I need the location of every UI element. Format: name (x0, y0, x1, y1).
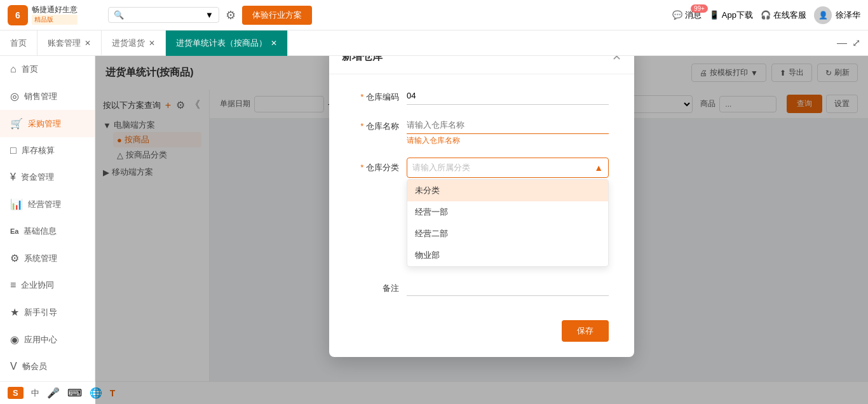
sidebar-item-purchase[interactable]: 🛒 采购管理 (0, 110, 95, 137)
username: 徐泽华 (836, 10, 860, 21)
tab-close-stat[interactable]: ✕ (271, 39, 277, 48)
tab-close-return[interactable]: ✕ (149, 39, 155, 48)
message-badge: 99+ (691, 4, 708, 13)
search-icon: 🔍 (114, 10, 124, 20)
top-bar: 6 畅捷通好生意 精品版 🔍 日太阳膜 ▼ ⚙ 体验行业方案 💬 消息 99+ … (0, 0, 868, 30)
keyboard-icon[interactable]: ⌨ (67, 387, 82, 399)
user-info[interactable]: 👤 徐泽华 (814, 6, 860, 24)
phone-icon: 📱 (709, 10, 719, 20)
tab-bar-actions: — ⤢ (837, 37, 868, 49)
mic-icon[interactable]: 🎤 (47, 387, 60, 399)
sidebar-item-guide[interactable]: ★ 新手引导 (0, 299, 95, 326)
tab-home[interactable]: 首页 (0, 30, 37, 56)
operation-icon: 📊 (10, 198, 23, 210)
sidebar-item-vip[interactable]: V 畅会员 (0, 353, 95, 380)
name-input[interactable] (407, 116, 609, 134)
messages-button[interactable]: 💬 消息 99+ (672, 10, 702, 21)
dialog-footer: 保存 (329, 320, 634, 342)
app-download-button[interactable]: 📱 App下载 (709, 10, 753, 21)
name-label: * 仓库名称 (355, 116, 399, 132)
code-field (407, 87, 609, 105)
customer-service-button[interactable]: 🎧 在线客服 (761, 10, 806, 21)
sidebar-item-app[interactable]: ◉ 应用中心 (0, 326, 95, 353)
tab-expand-button[interactable]: ⤢ (852, 37, 860, 49)
system-icon: ⚙ (10, 252, 19, 264)
try-button[interactable]: 体验行业方案 (242, 6, 312, 25)
sidebar-item-home[interactable]: ⌂ 首页 (0, 56, 95, 83)
settings-icon-button[interactable]: ⚙ (224, 7, 237, 24)
save-button[interactable]: 保存 (562, 320, 609, 342)
sidebar-item-operation[interactable]: 📊 经营管理 (0, 191, 95, 218)
finance-icon: ¥ (10, 172, 16, 183)
dialog-header: 新增仓库 ✕ (329, 56, 634, 74)
dropdown-arrow-icon: ▼ (205, 10, 214, 20)
main-layout: ⌂ 首页 ◎ 销售管理 🛒 采购管理 □ 库存核算 ¥ 资金管理 📊 经营管理 … (0, 56, 868, 404)
sidebar-item-sales[interactable]: ◎ 销售管理 (0, 83, 95, 110)
sidebar-item-basic-info[interactable]: Ea 基础信息 (0, 218, 95, 245)
purchase-icon: 🛒 (10, 118, 23, 130)
dialog-body: * 仓库编码 * 仓库名称 请输入仓库名称 (329, 74, 634, 320)
form-row-category: * 仓库分类 请输入所属分类 ▲ 未分类 经营一部 经营二部 (355, 158, 609, 267)
category-placeholder: 请输入所属分类 (412, 162, 470, 173)
tab-bar: 首页 账套管理 ✕ 进货退货 ✕ 进货单统计表（按商品） ✕ — ⤢ (0, 30, 868, 56)
name-error-msg: 请输入仓库名称 (407, 135, 609, 146)
category-dropdown-list: 未分类 经营一部 经营二部 物业部 (407, 179, 609, 267)
category-label: * 仓库分类 (355, 158, 399, 173)
sidebar: ⌂ 首页 ◎ 销售管理 🛒 采购管理 □ 库存核算 ¥ 资金管理 📊 经营管理 … (0, 56, 95, 404)
new-warehouse-dialog: 新增仓库 ✕ * 仓库编码 * (329, 56, 634, 357)
code-label: * 仓库编码 (355, 87, 399, 103)
search-input[interactable]: 日太阳膜 (126, 10, 203, 20)
note-input[interactable] (407, 278, 609, 296)
sales-icon: ◎ (10, 90, 19, 102)
message-icon: 💬 (672, 10, 682, 20)
logo-area: 6 畅捷通好生意 精品版 (8, 5, 103, 25)
note-field (407, 278, 609, 296)
tab-purchase-stat[interactable]: 进货单统计表（按商品） ✕ (166, 30, 288, 56)
app-icon: ◉ (10, 333, 19, 346)
category-field: 请输入所属分类 ▲ 未分类 经营一部 经营二部 物业部 (407, 158, 609, 267)
sidebar-item-system[interactable]: ⚙ 系统管理 (0, 245, 95, 272)
vip-icon: V (10, 361, 17, 372)
dialog-close-button[interactable]: ✕ (612, 56, 621, 64)
code-input[interactable] (407, 87, 609, 105)
inventory-icon: □ (10, 145, 17, 156)
logo-char: 6 (15, 10, 20, 20)
form-row-note: 备注 (355, 278, 609, 296)
dropdown-item-0[interactable]: 未分类 (407, 180, 608, 201)
basic-info-icon: Ea (10, 227, 18, 235)
sidebar-item-enterprise[interactable]: ≡ 企业协同 (0, 272, 95, 299)
dropdown-item-2[interactable]: 经营二部 (407, 223, 608, 245)
dropdown-item-1[interactable]: 经营一部 (407, 201, 608, 223)
home-icon: ⌂ (10, 64, 17, 75)
form-row-name: * 仓库名称 请输入仓库名称 (355, 116, 609, 146)
content-area: 进货单统计(按商品) 🖨 按模板打印 ▼ ⬆ 导出 ↻ 刷新 (95, 56, 868, 404)
tab-purchase-return[interactable]: 进货退货 ✕ (102, 30, 166, 56)
dropdown-item-3[interactable]: 物业部 (407, 245, 608, 266)
sidebar-item-finance[interactable]: ¥ 资金管理 (0, 164, 95, 191)
enterprise-icon: ≡ (10, 279, 16, 291)
tab-minimize-button[interactable]: — (837, 37, 847, 49)
sidebar-item-inventory[interactable]: □ 库存核算 (0, 137, 95, 164)
logo-sub: 精品版 (32, 15, 78, 25)
note-label: 备注 (355, 278, 399, 294)
tab-close-accounts[interactable]: ✕ (85, 39, 91, 48)
avatar: 👤 (814, 6, 832, 24)
tab-accounts[interactable]: 账套管理 ✕ (37, 30, 102, 56)
input-method-icon: 中 (31, 387, 39, 399)
dialog-title: 新增仓库 (342, 56, 383, 64)
search-area[interactable]: 🔍 日太阳膜 ▼ (108, 7, 219, 23)
headset-icon: 🎧 (761, 10, 771, 20)
name-field: 请输入仓库名称 (407, 116, 609, 146)
category-dropdown-arrow-icon: ▲ (594, 163, 603, 173)
guide-icon: ★ (10, 306, 19, 318)
category-dropdown[interactable]: 请输入所属分类 ▲ (407, 158, 609, 178)
form-row-code: * 仓库编码 (355, 87, 609, 105)
logo-text: 畅捷通好生意 (32, 5, 78, 15)
logo-icon: 6 (8, 5, 28, 25)
top-actions: 💬 消息 99+ 📱 App下载 🎧 在线客服 👤 徐泽华 (672, 6, 860, 24)
brand-s-icon: S (8, 387, 24, 399)
